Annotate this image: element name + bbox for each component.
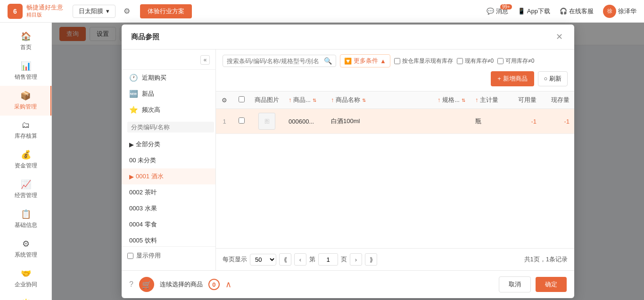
col-img-header[interactable]: 商品图片 (250, 92, 284, 109)
col-spec-sort-icon: ↑ (438, 96, 441, 103)
col-code-sort-icon: ↑ (289, 96, 292, 103)
col-stock-label: 现存量 (551, 96, 570, 103)
col-name-header[interactable]: ↑ 商品名称 (326, 92, 433, 109)
content-area: 查询 设置 刷新 商品参照 ✕ « (52, 23, 644, 300)
footer-collapse-icon[interactable]: ∧ (225, 279, 231, 290)
confirm-button[interactable]: 确定 (536, 277, 567, 292)
footer-right: 取消 确定 (499, 276, 567, 292)
sidebar-item-home[interactable]: 🏠 首页 (0, 26, 51, 56)
page-size-select[interactable]: 50 10 20 100 (250, 254, 276, 266)
sidebar-label-home: 首页 (20, 43, 32, 51)
nav-gear[interactable]: ⚙ (119, 4, 134, 19)
category-search-input[interactable] (127, 122, 214, 133)
avail-nonzero-checkbox[interactable] (497, 58, 504, 64)
prev-page-button[interactable]: ‹ (294, 253, 306, 266)
finance-icon: 💰 (21, 150, 31, 160)
stock-nonzero-checkbox[interactable] (457, 58, 463, 64)
sidebar-item-sales[interactable]: 📊 销售管理 (0, 56, 51, 86)
cart-icon[interactable]: 🛒 (139, 277, 154, 292)
sidebar: 🏠 首页 📊 销售管理 📦 采购管理 🗂 库存核算 💰 资金管理 📈 经营管理 … (0, 23, 52, 300)
cat-0003[interactable]: 0003 水果 (122, 200, 215, 217)
sidebar-label-inventory: 库存核算 (15, 132, 37, 140)
product-reference-modal: 商品参照 ✕ « 🕐 近期购买 � (122, 25, 574, 298)
nav-service[interactable]: 🎧 在线客服 (560, 7, 594, 16)
show-disabled-label[interactable]: 显示停用 (127, 251, 210, 260)
table-row[interactable]: 1 图 (216, 109, 574, 134)
selector-label: 日太阳膜 (79, 7, 103, 16)
col-avail-header[interactable]: 可用量 (504, 92, 541, 109)
cat-00[interactable]: 00 未分类 (122, 152, 215, 168)
col-spec-label: 规格... (442, 96, 460, 103)
search-button[interactable]: 🔍 (324, 57, 332, 65)
page-input[interactable] (318, 253, 338, 266)
modal-close-button[interactable]: ✕ (553, 31, 565, 42)
refresh-button[interactable]: ○ 刷新 (538, 71, 568, 86)
sidebar-item-finance[interactable]: 💰 资金管理 (0, 145, 51, 175)
nav-user[interactable]: 徐 徐泽华 (603, 5, 636, 18)
quick-item-new[interactable]: 🆕 新品 (122, 86, 215, 102)
warehouse-checkbox[interactable] (394, 58, 400, 64)
row-check[interactable] (233, 109, 250, 134)
checkbox-stock-nonzero[interactable]: 现有库存≠0 (457, 57, 494, 65)
add-product-button[interactable]: + 新增商品 (491, 71, 534, 86)
sidebar-label-finance: 资金管理 (15, 162, 37, 170)
nav-selector[interactable]: 日太阳膜 ▾ (73, 5, 116, 18)
show-disabled-text: 显示停用 (136, 251, 161, 260)
sidebar-item-purchase[interactable]: 📦 采购管理 (0, 86, 51, 116)
experience-button[interactable]: 体验行业方案 (140, 4, 192, 18)
quick-item-recent[interactable]: 🕐 近期购买 (122, 70, 215, 86)
search-box: 🔍 (223, 55, 336, 67)
cat-0002[interactable]: 0002 茶叶 (122, 184, 215, 200)
help-icon[interactable]: ? (129, 280, 133, 289)
page-info: 共1页，1条记录 (524, 255, 568, 264)
quick-label-new: 新品 (142, 90, 154, 98)
col-unit-header[interactable]: ↑ 主计量 (471, 92, 504, 109)
cat-0005[interactable]: 0005 饮料 (122, 233, 215, 246)
cat-0001-arrow: ▶ (129, 173, 134, 180)
quick-item-freq[interactable]: ⭐ 频次高 (122, 102, 215, 118)
product-image: 图 (258, 113, 275, 130)
sidebar-item-guide[interactable]: 🌟 新手引导 (0, 293, 51, 300)
cancel-button[interactable]: 取消 (499, 276, 531, 292)
filter-button[interactable]: 🔽 更多条件 ▲ (340, 54, 390, 67)
col-spec-header[interactable]: ↑ 规格... (433, 92, 471, 109)
cat-all[interactable]: ▶ 全部分类 (122, 136, 215, 152)
checkbox-avail-nonzero[interactable]: 可用库存≠0 (497, 57, 534, 65)
col-stock-header[interactable]: 现存量 (541, 92, 574, 109)
cat-0001[interactable]: ▶ 0001 酒水 (122, 168, 215, 184)
last-page-button[interactable]: ⟫ (365, 253, 377, 266)
sidebar-item-base[interactable]: 📋 基础信息 (0, 204, 51, 234)
sidebar-item-operations[interactable]: 📈 经营管理 (0, 175, 51, 204)
nav-message[interactable]: 💬 消息 99+ (487, 7, 508, 16)
row-setting[interactable]: 1 (216, 109, 233, 134)
cat-0004[interactable]: 0004 零食 (122, 217, 215, 233)
col-check-header[interactable] (233, 92, 250, 109)
sidebar-item-collab[interactable]: 🤝 企业协同 (0, 264, 51, 293)
first-page-button[interactable]: ⟪ (279, 253, 291, 266)
cat-0001-label: 0001 酒水 (136, 172, 164, 181)
row-checkbox[interactable] (239, 117, 245, 124)
checkbox-warehouse[interactable]: 按仓库显示现有库存 (394, 57, 453, 65)
col-code-header[interactable]: ↑ 商品... (284, 92, 326, 109)
quick-label-recent: 近期购买 (142, 74, 166, 82)
sidebar-item-inventory[interactable]: 🗂 库存核算 (0, 116, 51, 145)
toolbar-right: + 新增商品 ○ 刷新 (491, 71, 568, 86)
base-icon: 📋 (21, 209, 31, 219)
select-all-checkbox[interactable] (239, 96, 245, 102)
col-img-label: 商品图片 (255, 96, 279, 103)
col-setting-header[interactable]: ⚙ (216, 92, 233, 109)
show-disabled-checkbox[interactable] (127, 253, 133, 259)
right-panel: 🔍 🔽 更多条件 ▲ 按仓库显示现有库存 (216, 50, 574, 270)
next-page-button[interactable]: › (350, 253, 362, 266)
collapse-button[interactable]: « (200, 55, 210, 65)
avail-nonzero-label: 可用库存≠0 (505, 57, 534, 65)
modal-header: 商品参照 ✕ (122, 25, 574, 50)
top-nav: 6 畅捷通好生意 精目版 日太阳膜 ▾ ⚙ 体验行业方案 💬 消息 99+ 📱 … (0, 0, 644, 23)
pagination-bar: 每页显示 50 10 20 100 ⟪ ‹ 第 页 (216, 248, 574, 270)
search-input[interactable] (227, 58, 321, 65)
nav-app[interactable]: 📱 App下载 (518, 7, 550, 16)
sidebar-item-system[interactable]: ⚙ 系统管理 (0, 234, 51, 264)
service-icon: 🎧 (560, 8, 567, 15)
user-name: 徐泽华 (618, 7, 636, 16)
left-panel: « 🕐 近期购买 🆕 新品 ⭐ 频次高 (122, 50, 216, 270)
